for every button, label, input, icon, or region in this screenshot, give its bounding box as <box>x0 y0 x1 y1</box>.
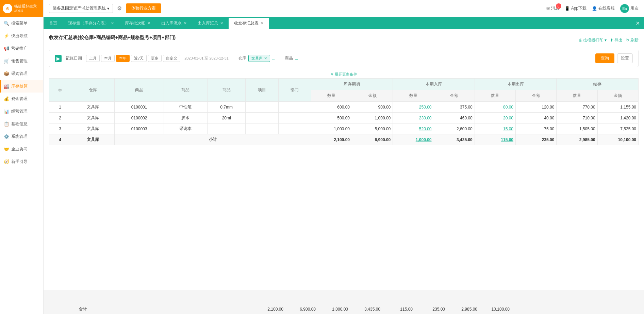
bottom-col-10: 3,435.00 <box>357 307 382 312</box>
expand-more-btn[interactable]: ∨ 展开更多条件 <box>331 72 357 77</box>
tab-收发存汇总表[interactable]: 收发存汇总表✕ <box>229 18 269 29</box>
cell-end-amt: 1,420.00 <box>597 113 638 123</box>
date-btn-自定义[interactable]: 自定义 <box>163 55 180 62</box>
app-logo: 6 <box>3 4 12 13</box>
th-out-amt: 金额 <box>516 90 557 102</box>
app-download-action[interactable]: 📱 App下载 <box>565 5 587 11</box>
goods-filter: 商品 ... <box>285 55 298 61</box>
out-qty-link[interactable]: 15.00 <box>503 127 513 131</box>
cell-out-amt: 40.00 <box>516 113 557 123</box>
cell-index: 2 <box>49 113 71 123</box>
tab-close-icon[interactable]: ✕ <box>147 21 150 26</box>
filter-expand-btn[interactable]: ▶ <box>55 55 62 62</box>
warehouse-tag-close[interactable]: ✕ <box>264 56 267 61</box>
sidebar-item-collab[interactable]: 🤝企业协同 <box>0 143 43 155</box>
export-btn[interactable]: ⬆ 导出 <box>610 37 623 43</box>
date-btn-更多[interactable]: 更多 <box>148 55 162 62</box>
message-action[interactable]: ✉ 消息 6 <box>546 5 559 11</box>
tab-现存量（库存分布表）[interactable]: 现存量（库存分布表）✕ <box>63 18 119 29</box>
cell-project <box>246 123 278 134</box>
date-btn-上月[interactable]: 上月 <box>86 55 100 62</box>
print-btn[interactable]: 🖨 按模板打印 ▾ <box>578 37 607 43</box>
tabs-close-all[interactable]: ✕ <box>631 17 644 29</box>
table-settings-icon[interactable]: ⚙ <box>58 88 62 93</box>
th-index: ⚙ <box>49 79 71 102</box>
warehouse-tag[interactable]: 文具库 ✕ <box>248 55 270 62</box>
cell-in-amt: 2,600.00 <box>434 123 475 134</box>
date-btn-近7天[interactable]: 近7天 <box>131 55 147 62</box>
tab-出入库汇总[interactable]: 出入库汇总✕ <box>192 18 229 29</box>
cell-end-amt: 7,525.00 <box>597 123 638 134</box>
tab-库存批次账[interactable]: 库存批次账✕ <box>119 18 156 29</box>
sidebar-item-operations[interactable]: 📊经营管理 <box>0 105 43 118</box>
experience-btn[interactable]: 体验行业方案 <box>126 3 161 13</box>
avatar: Ea <box>620 4 629 13</box>
chevron-down-icon2: ▾ <box>605 38 607 43</box>
warehouse-more[interactable]: ... <box>272 56 275 61</box>
sub-out-qty-link[interactable]: 115.00 <box>501 137 513 142</box>
sub-index: 4 <box>49 134 71 145</box>
page-title: 收发存汇总表(按仓库+商品编码+商品+规格型号+项目+部门) <box>49 35 176 41</box>
sidebar-label-operations: 经营管理 <box>11 109 28 114</box>
tab-close-icon[interactable]: ✕ <box>184 21 187 26</box>
tab-label: 首页 <box>49 20 57 26</box>
date-options: 上月本月本年近7天更多自定义 <box>86 55 180 62</box>
message-badge: 6 <box>556 3 561 9</box>
refresh-btn[interactable]: ↻ 刷新 <box>626 37 639 43</box>
sidebar-label-purchase: 采购管理 <box>11 71 28 77</box>
tab-出入库流水[interactable]: 出入库流水✕ <box>156 18 192 29</box>
tab-close-icon[interactable]: ✕ <box>220 21 223 26</box>
in-qty-link[interactable]: 520.00 <box>419 127 432 131</box>
tab-close-icon[interactable]: ✕ <box>261 21 264 26</box>
out-qty-link[interactable]: 20.00 <box>503 116 513 120</box>
cell-project <box>246 113 278 123</box>
app-name-group: 畅捷通好生意 标准版 <box>14 4 37 13</box>
sidebar-item-purchase[interactable]: 📦采购管理 <box>0 67 43 80</box>
sidebar-label-marketing: 营销推广 <box>11 46 28 51</box>
in-qty-link[interactable]: 250.00 <box>419 105 432 110</box>
service-icon: 👤 <box>592 6 597 11</box>
goods-more[interactable]: ... <box>295 56 298 61</box>
th-in-amt: 金额 <box>434 90 475 102</box>
th-end-group: 结存 <box>557 79 639 90</box>
sidebar-item-sales[interactable]: 🛒销售管理 <box>0 55 43 67</box>
content-area: 收发存汇总表(按仓库+商品编码+商品+规格型号+项目+部门) 🖨 按模板打印 ▾… <box>44 29 644 304</box>
out-qty-link[interactable]: 80.00 <box>503 105 513 110</box>
cell-out-amt: 75.00 <box>516 123 557 134</box>
sidebar-item-system[interactable]: ⚙️系统管理 <box>0 130 43 143</box>
sidebar-item-marketing[interactable]: 📢营销推广 <box>0 42 43 55</box>
th-init-amt: 金额 <box>352 90 393 102</box>
online-service-action[interactable]: 👤 在线客服 <box>592 5 615 11</box>
sidebar-item-finance[interactable]: 💰资金管理 <box>0 93 43 105</box>
system-icon: ⚙️ <box>4 134 9 139</box>
sidebar-item-search[interactable]: 🔍搜索菜单 <box>0 17 43 30</box>
sidebar-item-inventory[interactable]: 🏭库存核算 <box>0 80 43 93</box>
system-selector[interactable]: 装备及固定资产辅助管理系统 ▾ <box>49 4 113 13</box>
date-btn-本年[interactable]: 本年 <box>116 55 130 62</box>
th-init-qty: 数量 <box>311 90 352 102</box>
filter-actions: 查询 设置 <box>595 53 633 63</box>
sub-in-qty-link[interactable]: 1,000.00 <box>416 137 432 142</box>
base-icon: 📋 <box>4 121 9 127</box>
th-project: 项目 <box>246 79 278 102</box>
cell-warehouse: 文具库 <box>71 123 115 134</box>
cell-end-qty: 1,505.00 <box>557 123 597 134</box>
table-row: 3 文具库 0100003 采访本 1,000.00 5,000.00 520.… <box>49 123 639 134</box>
sidebar-item-quick[interactable]: ⚡快捷导航 <box>0 30 43 42</box>
sidebar-label-collab: 企业协同 <box>11 146 28 152</box>
sidebar-item-guide[interactable]: 🧭新手引导 <box>0 155 43 168</box>
operations-icon: 📊 <box>4 109 9 114</box>
date-btn-本月[interactable]: 本月 <box>101 55 115 62</box>
cell-init-amt: 5,000.00 <box>352 123 393 134</box>
user-action[interactable]: Ea 用友 <box>620 4 639 13</box>
online-service-label: 在线客服 <box>598 5 615 11</box>
tab-close-icon[interactable]: ✕ <box>111 21 114 26</box>
in-qty-link[interactable]: 230.00 <box>419 116 432 120</box>
query-button[interactable]: 查询 <box>595 53 614 63</box>
settings-icon[interactable]: ⚙ <box>117 5 122 12</box>
settings-button[interactable]: 设置 <box>617 53 633 63</box>
cell-index: 1 <box>49 102 71 113</box>
sidebar-item-base[interactable]: 📋基础信息 <box>0 118 43 130</box>
tab-首页[interactable]: 首页 <box>44 18 63 29</box>
cell-out-qty: 80.00 <box>475 102 515 113</box>
